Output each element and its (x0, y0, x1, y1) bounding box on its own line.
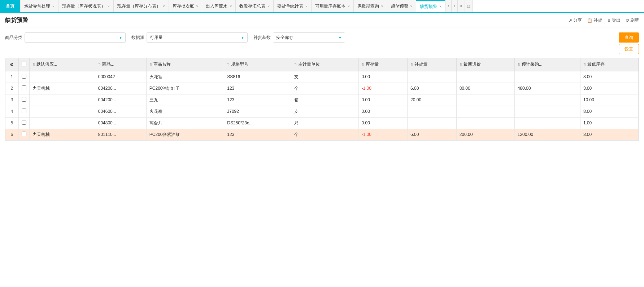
tab-inventory-status-close[interactable]: × (108, 4, 110, 8)
replenish-icon: 📋 (587, 18, 592, 23)
col-product-code[interactable]: ⇅ 商品... (95, 58, 146, 71)
tab-shortage[interactable]: 缺货预警 × (416, 0, 445, 12)
tab-defect-exception-close[interactable]: × (52, 4, 55, 8)
tab-next-icon: › (454, 4, 455, 9)
row-supplier (29, 71, 95, 83)
row-checkbox-cell[interactable] (18, 71, 29, 83)
sort-name-icon: ⇅ (149, 63, 152, 66)
col-replenish-qty[interactable]: ⇅ 补货量 (408, 58, 457, 71)
export-button[interactable]: ⬇ 导出 (607, 17, 621, 23)
tab-inventory-status-label: 现存量（库存状况表） (62, 3, 105, 9)
refresh-button[interactable]: ↺ 刷新 (626, 17, 639, 23)
table-row: 1 0000042 火花塞 SS816 支 0.00 8.00 (5, 71, 639, 83)
col-gear[interactable]: ⚙ (5, 58, 18, 71)
col-stock[interactable]: ⇅ 库存量 (358, 58, 408, 71)
col-checkbox[interactable] (18, 58, 29, 71)
tab-home[interactable]: 首页 (0, 0, 21, 12)
tab-inventory-dist-close[interactable]: × (163, 4, 165, 8)
tab-demand-stat-close[interactable]: × (305, 4, 308, 8)
tab-collect-summary[interactable]: 收发存汇总表 × (236, 0, 274, 12)
col-default-supplier[interactable]: ⇅ 默认供应... (29, 58, 95, 71)
tab-prev-btn[interactable]: ‹ (445, 0, 452, 12)
row-latest-price: 200.00 (456, 129, 514, 140)
sort-unit-icon: ⇅ (294, 63, 297, 66)
category-label: 商品分类 (5, 35, 22, 41)
datasource-select[interactable]: 可用量 ▼ (147, 32, 248, 43)
tab-inventory-dist[interactable]: 现存量（库存分布表） × (114, 0, 169, 12)
col-unit[interactable]: ⇅ 主计量单位 (291, 58, 358, 71)
row-latest-price (456, 106, 514, 117)
tab-expiry-query[interactable]: 保质期查询 × (354, 0, 387, 12)
tab-inout-flow[interactable]: 出入库流水 × (202, 0, 236, 12)
row-product-code: 004600... (95, 106, 146, 117)
tab-close-all-btn[interactable]: × (458, 0, 465, 12)
row-checkbox[interactable] (22, 132, 26, 136)
select-all-checkbox[interactable] (22, 62, 26, 66)
datasource-select-value: 可用量 (150, 35, 163, 41)
tab-overstock-close[interactable]: × (410, 4, 413, 8)
tab-batch-account-close[interactable]: × (196, 4, 199, 8)
tab-inout-flow-close[interactable]: × (230, 4, 232, 8)
filter-actions: 查询 设置 (619, 32, 639, 54)
row-min-stock: 8.00 (580, 106, 638, 117)
row-latest-price: 80.00 (456, 83, 514, 94)
tab-expiry-query-close[interactable]: × (381, 4, 383, 8)
col-spec[interactable]: ⇅ 规格型号 (224, 58, 291, 71)
tab-demand-stat[interactable]: 要货单统计表 × (274, 0, 312, 12)
tab-expiry-query-label: 保质期查询 (357, 3, 379, 9)
settings-button[interactable]: 设置 (619, 44, 639, 54)
tab-overstock-label: 超储预警 (391, 3, 408, 9)
tab-defect-exception[interactable]: 炼货异常处理 × (21, 0, 58, 12)
row-product-code: 801110... (95, 129, 146, 140)
tab-next-btn[interactable]: › (452, 0, 458, 12)
replenish-button[interactable]: 📋 补货 (587, 17, 602, 23)
row-checkbox[interactable] (22, 109, 26, 113)
row-min-stock: 3.00 (580, 83, 638, 94)
table-header-row: ⚙ ⇅ 默认供应... ⇅ 商品... (5, 58, 639, 71)
sort-minstock-icon: ⇅ (583, 63, 586, 66)
tab-avail-ledger[interactable]: 可用量库存账本 × (312, 0, 354, 12)
row-product-name: PC200油缸缸子 (146, 83, 224, 94)
tab-batch-account-label: 库存批次账 (173, 3, 194, 9)
query-button[interactable]: 查询 (619, 32, 639, 43)
row-unit: 个 (291, 83, 358, 94)
row-checkbox-cell[interactable] (18, 83, 29, 94)
tab-overstock[interactable]: 超储预警 × (387, 0, 417, 12)
tab-shortage-close[interactable]: × (439, 5, 441, 9)
sort-stock-icon: ⇅ (362, 63, 365, 66)
row-checkbox[interactable] (22, 120, 26, 125)
row-unit: 只 (291, 117, 358, 129)
category-select[interactable]: ▼ (25, 32, 126, 43)
share-button[interactable]: ↗ 分享 (569, 17, 582, 23)
row-product-name: PC200张紧油缸 (146, 129, 224, 140)
tab-inventory-status[interactable]: 现存量（库存状况表） × (58, 0, 114, 12)
row-checkbox-cell[interactable] (18, 117, 29, 129)
row-checkbox[interactable] (22, 97, 26, 102)
row-checkbox-cell[interactable] (18, 94, 29, 106)
table-row: 2 力天机械 004200... PC200油缸缸子 123 个 -1.00 6… (5, 83, 639, 94)
row-min-stock: 10.00 (580, 94, 638, 106)
tab-collect-summary-close[interactable]: × (267, 4, 270, 8)
row-checkbox[interactable] (22, 85, 26, 90)
tab-maximize-btn[interactable]: □ (465, 0, 472, 12)
row-unit: 箱 (291, 94, 358, 106)
col-latest-price[interactable]: ⇅ 最新进价 (456, 58, 514, 71)
row-supplier: 力天机械 (29, 83, 95, 94)
row-spec: DS250*23c... (224, 117, 291, 129)
col-product-name[interactable]: ⇅ 商品名称 (146, 58, 224, 71)
row-product-name: 火花塞 (146, 106, 224, 117)
replenish-base-select[interactable]: 安全库存 ▼ (273, 32, 345, 43)
row-checkbox-cell[interactable] (18, 129, 29, 140)
sort-code-icon: ⇅ (98, 63, 101, 66)
row-checkbox-cell[interactable] (18, 106, 29, 117)
tab-batch-account[interactable]: 库存批次账 × (169, 0, 203, 12)
row-checkbox[interactable] (22, 74, 26, 79)
col-min-stock[interactable]: ⇅ 最低库存 (580, 58, 638, 71)
replenish-label: 补货 (593, 17, 602, 23)
tab-defect-exception-label: 炼货异常处理 (24, 3, 50, 9)
row-spec: 123 (224, 94, 291, 106)
col-est-purchase[interactable]: ⇅ 预计采购... (514, 58, 580, 71)
tab-avail-ledger-close[interactable]: × (348, 4, 350, 8)
row-num: 5 (5, 117, 18, 129)
row-unit: 个 (291, 129, 358, 140)
